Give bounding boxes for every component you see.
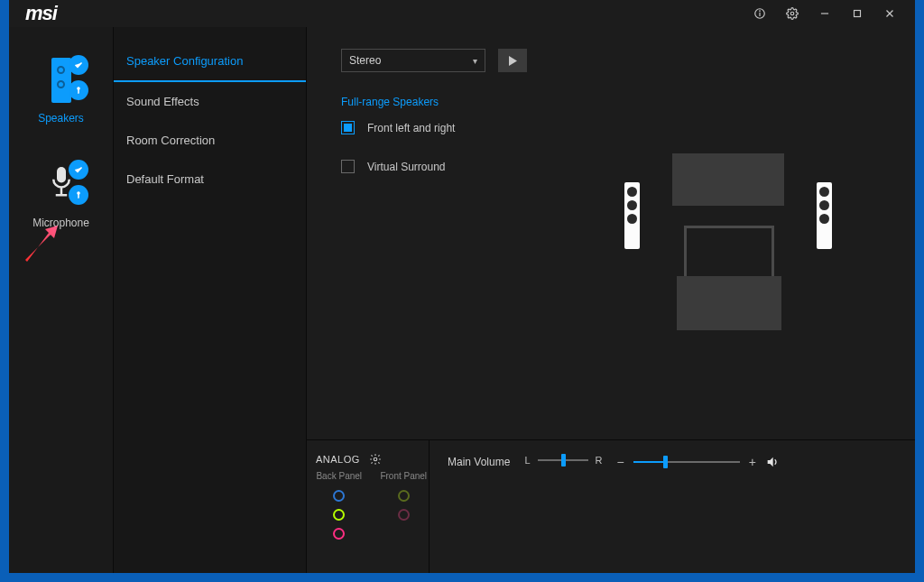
checkbox-label: Virtual Surround xyxy=(367,161,446,173)
diagram-couch-seat-icon xyxy=(677,276,781,330)
svg-rect-5 xyxy=(855,11,861,17)
diagram-right-speaker-icon xyxy=(817,182,832,249)
nav-speaker-configuration[interactable]: Speaker Configuration xyxy=(114,42,306,82)
jack-front-1[interactable] xyxy=(398,509,410,521)
speaker-mode-dropdown[interactable]: Stereo ▾ xyxy=(341,49,485,72)
balance-slider[interactable]: L R xyxy=(524,455,602,466)
device-speakers[interactable]: Speakers xyxy=(9,58,113,125)
volume-fill xyxy=(633,461,663,463)
nav-room-correction[interactable]: Room Correction xyxy=(114,121,306,160)
dropdown-value: Stereo xyxy=(349,54,381,67)
test-play-button[interactable] xyxy=(498,49,527,72)
chevron-down-icon: ▾ xyxy=(473,56,477,66)
nav-sound-effects[interactable]: Sound Effects xyxy=(114,82,306,121)
section-title: Full-range Speakers xyxy=(341,96,881,108)
close-icon xyxy=(883,7,896,20)
jack-back-2[interactable] xyxy=(333,528,345,540)
svg-rect-9 xyxy=(79,90,79,94)
analog-section: ANALOG Back Panel Front Panel xyxy=(307,440,430,573)
analog-settings-button[interactable] xyxy=(369,453,382,466)
checkbox-label: Front left and right xyxy=(367,122,455,134)
svg-point-2 xyxy=(760,11,761,12)
volume-up-button[interactable]: + xyxy=(749,455,756,469)
volume-thumb[interactable] xyxy=(663,456,668,468)
checkbox-virtual-surround[interactable] xyxy=(341,160,355,173)
balance-thumb[interactable] xyxy=(561,454,566,467)
device-microphone[interactable]: Microphone xyxy=(9,162,113,229)
main-volume-label: Main Volume xyxy=(448,455,510,468)
device-pane: Speakers Microphone xyxy=(9,27,114,573)
volume-down-button[interactable]: − xyxy=(616,455,624,469)
front-panel-column: Front Panel xyxy=(379,471,430,540)
minimize-icon xyxy=(818,7,831,20)
jack-back-1[interactable] xyxy=(333,509,345,521)
volume-slider[interactable] xyxy=(633,461,740,463)
diagram-left-speaker-icon xyxy=(624,182,640,249)
back-panel-column: Back Panel xyxy=(314,471,365,540)
maximize-button[interactable] xyxy=(841,1,873,26)
speaker-sound-icon xyxy=(765,455,780,469)
svg-point-16 xyxy=(374,457,377,461)
svg-point-3 xyxy=(790,12,794,15)
device-label: Speakers xyxy=(38,112,84,125)
plug-badge-icon xyxy=(69,80,88,100)
checkbox-front-lr[interactable] xyxy=(341,121,355,134)
title-bar: msi xyxy=(9,0,915,27)
settings-nav: Speaker Configuration Sound Effects Room… xyxy=(114,27,307,573)
close-button[interactable] xyxy=(873,1,906,26)
svg-marker-15 xyxy=(509,56,517,66)
balance-left-label: L xyxy=(524,455,530,466)
check-badge-icon xyxy=(69,160,88,180)
content-area: Stereo ▾ Full-range Speakers Front left … xyxy=(307,27,915,439)
nav-default-format[interactable]: Default Format xyxy=(114,160,306,199)
info-icon xyxy=(753,7,766,20)
gear-icon xyxy=(786,7,799,20)
balance-right-label: R xyxy=(596,455,603,466)
jack-front-0[interactable] xyxy=(398,490,410,502)
info-button[interactable] xyxy=(744,1,776,26)
brand-logo: msi xyxy=(18,2,57,25)
svg-point-13 xyxy=(78,192,80,195)
svg-rect-10 xyxy=(57,167,66,183)
app-window: msi xyxy=(9,0,915,573)
bottom-panel: ANALOG Back Panel Front Panel xyxy=(307,439,915,573)
svg-rect-14 xyxy=(79,195,79,199)
jack-back-0[interactable] xyxy=(333,490,345,502)
front-panel-label: Front Panel xyxy=(380,471,427,481)
svg-point-8 xyxy=(78,88,80,90)
volume-section: Main Volume L R − + xyxy=(430,440,915,573)
diagram-couch-back-icon xyxy=(684,226,774,278)
back-panel-label: Back Panel xyxy=(316,471,362,481)
balance-track xyxy=(538,459,588,461)
play-icon xyxy=(509,56,517,66)
minimize-button[interactable] xyxy=(808,1,841,26)
device-label: Microphone xyxy=(32,217,89,229)
main-pane: Stereo ▾ Full-range Speakers Front left … xyxy=(307,27,915,573)
maximize-icon xyxy=(851,7,864,20)
diagram-tv-icon xyxy=(672,153,784,206)
settings-button[interactable] xyxy=(776,1,808,26)
analog-title: ANALOG xyxy=(316,454,360,465)
check-badge-icon xyxy=(69,55,88,75)
plug-badge-icon xyxy=(69,185,88,205)
room-diagram xyxy=(624,153,832,343)
title-bar-actions xyxy=(744,1,906,26)
